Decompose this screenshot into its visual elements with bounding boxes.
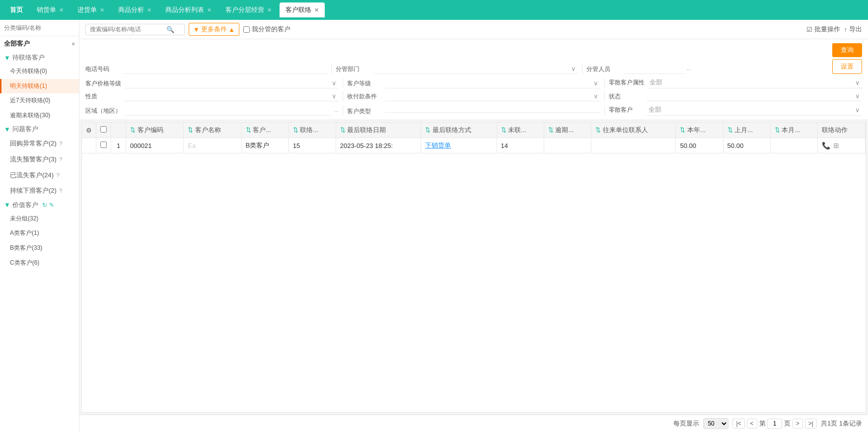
sidebar-item-churn-warning[interactable]: 流失预警客户(3) ? <box>0 151 79 167</box>
sidebar-item-class-b[interactable]: B类客户(33) <box>0 241 79 256</box>
nav-home[interactable]: 首页 <box>4 2 29 17</box>
col-last-month[interactable]: ⇅ 上月... <box>723 123 770 138</box>
value-group-refresh-icon[interactable]: ↻ <box>42 202 47 209</box>
pending-group-title[interactable]: ▼ 待联络客户 <box>0 51 79 64</box>
batch-ops-btn[interactable]: ☑ 批量操作 <box>806 25 840 34</box>
export-btn[interactable]: ↑ 导出 <box>844 25 863 34</box>
manager-more-icon[interactable]: ··· <box>687 67 691 72</box>
sidebar-item-overdue-pending[interactable]: 逾期未联络(30) <box>0 108 79 123</box>
more-conditions-btn[interactable]: ▼ 更多条件 ▲ <box>189 23 239 36</box>
sidebar-item-tomorrow-pending[interactable]: 明天待联络(1) <box>0 79 79 94</box>
filter-customer-level-select[interactable]: ∨ <box>385 78 600 88</box>
sort-icon-lastmonth: ⇅ <box>727 126 733 134</box>
filter-payment-label: 收付款条件 <box>347 92 382 101</box>
last-contact-method-link[interactable]: 下销货单 <box>425 142 451 149</box>
filter-status-select[interactable]: ∨ <box>647 91 862 101</box>
prev-page-btn[interactable]: < <box>747 419 757 429</box>
my-customers-toggle[interactable]: 我分管的客户 <box>243 25 290 34</box>
close-product-analysis-icon[interactable]: ✕ <box>147 7 151 13</box>
last-page-btn[interactable]: >| <box>805 419 817 429</box>
col-customer-type[interactable]: ⇅ 客户... <box>241 123 289 138</box>
value-group-edit-icon[interactable]: ✎ <box>49 202 54 209</box>
settings-button[interactable]: 设置 <box>832 59 862 74</box>
value-group-title[interactable]: ▼ 价值客户 ↻ ✎ <box>0 199 79 212</box>
col-unit-contact[interactable]: ⇅ 往来单位联系人 <box>591 123 675 138</box>
page-number-input[interactable] <box>767 419 782 429</box>
col-contact-count[interactable]: ⇅ 联络... <box>289 123 336 138</box>
main-search-icon[interactable]: 🔍 <box>166 26 174 33</box>
close-customer-tier-icon[interactable]: ✕ <box>267 7 272 13</box>
customers-table: ⚙ ⇅ 客户编码 ⇅ 客户名称 <box>82 123 866 153</box>
close-sales-icon[interactable]: ✕ <box>59 7 64 13</box>
filter-icon: ▼ <box>193 26 200 33</box>
sort-icon-type: ⇅ <box>246 126 251 134</box>
nav-purchase[interactable]: 进货单 ✕ <box>72 2 110 17</box>
filter-payment-select[interactable]: ∨ <box>385 91 600 101</box>
filter-retail-customer-field: 零散客户 全部 ∨ <box>609 104 862 116</box>
filter-customer-type-label: 客户类型 <box>347 107 382 116</box>
filter-nature-select[interactable]: ∨ <box>123 91 339 101</box>
col-no-contact[interactable]: ⇅ 未联... <box>497 123 544 138</box>
sidebar-item-churned[interactable]: 已流失客户(24) ? <box>0 167 79 183</box>
my-customers-checkbox[interactable] <box>243 26 250 33</box>
col-customer-code[interactable]: ⇅ 客户编码 <box>126 123 184 138</box>
col-last-contact-method[interactable]: ⇅ 最后联络方式 <box>421 123 497 138</box>
help-icon-repurchase[interactable]: ? <box>59 141 62 146</box>
col-customer-name[interactable]: ⇅ 客户名称 <box>184 123 241 138</box>
filter-bar: 🔍 ▼ 更多条件 ▲ 我分管的客户 ☑ 批量操作 ↑ 导出 <box>79 20 868 39</box>
sidebar-item-class-c[interactable]: C类客户(6) <box>0 256 79 271</box>
filter-dept-select[interactable]: ∨ <box>373 64 578 74</box>
filter-region-field: 区域（地区） ··· <box>85 106 339 116</box>
filter-dept-label: 分管部门 <box>336 65 370 73</box>
nav-customer-contact[interactable]: 客户联络 ✕ <box>280 2 325 17</box>
chevron-up-icon: ▲ <box>228 26 235 33</box>
col-last-contact-date[interactable]: ⇅ 最后联络日期 <box>336 123 421 138</box>
row-select-checkbox[interactable] <box>100 142 107 148</box>
nav-customer-tier[interactable]: 客户分层经营 ✕ <box>219 2 278 17</box>
close-purchase-icon[interactable]: ✕ <box>100 7 104 13</box>
sort-icon-year: ⇅ <box>680 126 685 134</box>
main-search-input[interactable] <box>90 26 164 33</box>
sidebar-item-today-pending[interactable]: 今天待联络(0) <box>0 64 79 79</box>
filter-retail-attr-select[interactable]: 全部 ∨ <box>648 77 862 88</box>
problem-group-title[interactable]: ▼ 问题客户 <box>0 123 79 136</box>
action-phone-icon[interactable]: 📞 <box>822 142 830 149</box>
filter-retail-customer-select[interactable]: 全部 ∨ <box>647 104 862 116</box>
help-icon-declining[interactable]: ? <box>59 188 62 194</box>
col-this-year[interactable]: ⇅ 本年... <box>676 123 723 138</box>
per-page-label: 每页显示 <box>673 419 699 428</box>
col-overdue[interactable]: ⇅ 逾期... <box>544 123 591 138</box>
next-page-btn[interactable]: > <box>793 419 803 429</box>
sidebar-item-repurchase-abnormal[interactable]: 回购异常客户(2) ? <box>0 136 79 151</box>
region-more-icon[interactable]: ··· <box>334 108 339 114</box>
filter-price-level-select[interactable]: ∨ <box>124 78 339 88</box>
nav-product-analysis[interactable]: 商品分析 ✕ <box>112 2 157 17</box>
help-icon-churn-warning[interactable]: ? <box>59 156 62 162</box>
filter-customer-type-select[interactable] <box>385 110 600 113</box>
filter-region-input[interactable] <box>124 106 331 116</box>
all-customers-header[interactable]: 全部客户 « <box>0 36 79 51</box>
first-page-btn[interactable]: |< <box>732 419 744 429</box>
pending-arrow-icon: ▼ <box>4 54 10 62</box>
filter-phone-input[interactable] <box>123 65 327 74</box>
per-page-select[interactable]: 50 100 200 <box>703 418 728 429</box>
row-customer-name: Ea <box>184 138 241 153</box>
help-icon-churned[interactable]: ? <box>56 172 59 178</box>
sidebar-item-week-pending[interactable]: 近7天待联络(0) <box>0 93 79 108</box>
gear-icon[interactable]: ⚙ <box>86 127 92 134</box>
action-grid-icon[interactable]: ⊞ <box>833 142 839 149</box>
sidebar-search-input[interactable] <box>4 24 78 31</box>
row-last-contact-date: 2023-05-23 18:25: <box>336 138 421 153</box>
query-button[interactable]: 查询 <box>832 43 862 57</box>
select-all-checkbox[interactable] <box>100 126 107 133</box>
sidebar-item-ungrouped[interactable]: 未分组(32) <box>0 212 79 226</box>
filter-manager-input[interactable] <box>624 65 684 74</box>
sidebar-item-declining[interactable]: 持续下滑客户(2) ? <box>0 183 79 199</box>
close-customer-contact-icon[interactable]: ✕ <box>314 7 319 13</box>
sidebar-item-class-a[interactable]: A类客户(1) <box>0 226 79 241</box>
sidebar-search-area: 🔍 <box>0 20 79 36</box>
nav-product-analysis-list[interactable]: 商品分析列表 ✕ <box>159 2 217 17</box>
close-product-analysis-list-icon[interactable]: ✕ <box>207 7 212 13</box>
nav-sales[interactable]: 销货单 ✕ <box>31 2 70 17</box>
col-this-month[interactable]: ⇅ 本月... <box>770 123 817 138</box>
